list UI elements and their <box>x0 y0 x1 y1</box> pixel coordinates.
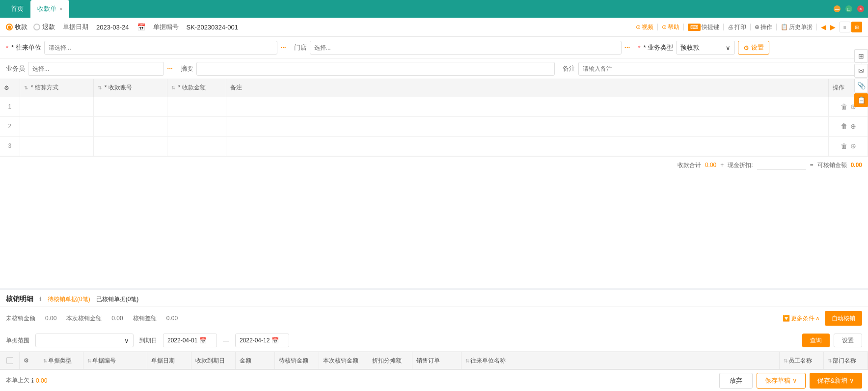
sidebar-clipboard-icon[interactable]: 📋 <box>854 93 868 107</box>
select-all-checkbox[interactable] <box>6 357 13 364</box>
save-draft-button[interactable]: 保存草稿 ∨ <box>757 373 806 389</box>
number-value: SK-20230324-001 <box>187 24 239 31</box>
help-btn[interactable]: ⊙ 帮助 <box>662 23 679 31</box>
more-conditions-btn[interactable]: 🔽 更多条件 ∧ <box>783 314 820 323</box>
store-label: 门店 <box>294 43 307 52</box>
payment-cell-3[interactable] <box>20 136 93 156</box>
auto-verify-button[interactable]: 自动核销 <box>825 311 862 326</box>
radio-dot-refund <box>33 24 40 30</box>
close-button[interactable]: × <box>857 5 864 12</box>
query-button[interactable]: 查询 <box>802 334 830 347</box>
table-settings-button[interactable]: 设置 <box>834 334 862 347</box>
radio-receipt[interactable]: 收款 <box>6 23 27 31</box>
note-cell-2[interactable] <box>226 116 829 136</box>
sidebar-table-icon[interactable]: ⊞ <box>854 49 868 63</box>
delete-icon-3[interactable]: 🗑 <box>841 142 847 150</box>
amount-cell-3[interactable] <box>167 136 226 156</box>
from-date-field[interactable]: 2022-04-01 📅 <box>163 334 217 347</box>
print-btn[interactable]: 🖨 打印 <box>728 23 746 31</box>
maximize-button[interactable]: □ <box>845 5 852 12</box>
completed-tab[interactable]: 已核销单据(0笔) <box>96 295 139 304</box>
receipt-type-radio-group: 收款 退款 <box>6 23 55 31</box>
video-btn[interactable]: ⊙ 视频 <box>636 23 653 31</box>
filter-row: 单据范围 ∨ 到期日 2022-04-01 📅 — 2022-04-12 📅 查… <box>0 330 868 352</box>
staff-label: 业务员 <box>6 64 25 73</box>
amount-header-label: * 收款金额 <box>178 84 206 91</box>
settings-button[interactable]: ⚙ 设置 <box>738 41 769 55</box>
list-view-btn[interactable]: ≡ <box>840 22 850 32</box>
summary-input[interactable] <box>196 62 555 76</box>
active-tab-label: 收款单 <box>37 0 56 18</box>
grid-view-btn[interactable]: ⊞ <box>851 22 862 32</box>
home-tab[interactable]: 首页 <box>4 0 30 18</box>
payment-cell-2[interactable] <box>20 116 93 136</box>
prev-order-info-icon[interactable]: ℹ <box>31 377 34 384</box>
staff-more-btn[interactable]: ··· <box>167 65 173 73</box>
history-btn[interactable]: 📋 历史单据 <box>781 23 813 31</box>
business-type-select[interactable]: 预收款 ∨ <box>676 41 735 55</box>
operation-btn[interactable]: ⊕ 操作 <box>755 23 772 31</box>
header-right-actions: ⊙ 视频 ⊙ 帮助 ⌨ 快捷键 🖨 打印 ⊕ 操作 📋 历史单据 ◀ ▶ ≡ ⊞ <box>636 22 862 32</box>
next-icon[interactable]: ▶ <box>830 23 836 31</box>
net-label: 可核销金额 <box>817 161 847 169</box>
right-sidebar: ⊞ ✉ 📎 📋 <box>854 49 868 107</box>
account-cell-1[interactable] <box>93 97 167 116</box>
staff-input[interactable] <box>28 62 164 76</box>
sidebar-attach-icon[interactable]: 📎 <box>854 79 868 92</box>
copy-icon-2[interactable]: ⊕ <box>850 122 856 130</box>
sort-arrows-account: ⇅ <box>98 85 102 90</box>
current-label: 本次核销金额 <box>66 314 102 323</box>
radio-refund[interactable]: 退款 <box>33 23 55 31</box>
verify-info-icon[interactable]: ℹ <box>39 296 42 303</box>
sidebar-mail-icon[interactable]: ✉ <box>854 64 868 78</box>
table-row: 1 🗑 ⊕ <box>0 97 868 116</box>
note-cell-3[interactable] <box>226 136 829 156</box>
delete-icon-2[interactable]: 🗑 <box>841 122 847 130</box>
range-select[interactable]: ∨ <box>35 334 134 347</box>
summary-row: 收款合计 0.00 + 现金折扣: = 可核销金额 0.00 <box>0 156 868 174</box>
discount-input[interactable] <box>757 161 806 170</box>
sub-th-settings[interactable]: ⚙ <box>20 352 39 369</box>
radio-refund-label: 退款 <box>42 23 55 31</box>
minimize-button[interactable]: — <box>834 5 841 12</box>
settings-label: 设置 <box>751 43 764 52</box>
note-header-label: 备注 <box>230 84 242 91</box>
note-input[interactable] <box>578 62 862 76</box>
sub-th-sales-order: 销售订单 <box>412 352 461 369</box>
prev-icon[interactable]: ◀ <box>821 23 826 31</box>
amount-cell-1[interactable] <box>167 97 226 116</box>
sub-th-amount: 金额 <box>236 352 275 369</box>
save-new-button[interactable]: 保存&新增 ∨ <box>810 373 862 389</box>
account-cell-2[interactable] <box>93 116 167 136</box>
amount-cell-2[interactable] <box>167 116 226 136</box>
form-header: 收款 退款 单据日期 2023-03-24 📅 单据编号 SK-20230324… <box>0 18 868 37</box>
discount-label: 现金折扣: <box>728 161 753 169</box>
copy-icon-3[interactable]: ⊕ <box>850 142 856 150</box>
to-date-field[interactable]: 2022-04-12 📅 <box>235 334 289 347</box>
calendar-icon[interactable]: 📅 <box>137 23 145 31</box>
chevron-up-icon: ∧ <box>815 315 820 322</box>
payment-cell-1[interactable] <box>20 97 93 116</box>
note-cell-1[interactable] <box>226 97 829 116</box>
business-type-label: * 业务类型 <box>644 43 674 52</box>
shortcut-btn[interactable]: ⌨ 快捷键 <box>688 23 719 31</box>
business-type-value: 预收款 <box>680 43 700 52</box>
counterparty-more-btn[interactable]: ··· <box>280 44 286 52</box>
store-field-group: 门店 ··· <box>294 41 630 55</box>
staff-field-group: 业务员 ··· <box>6 62 173 76</box>
abandon-button[interactable]: 放弃 <box>719 373 753 389</box>
store-more-btn[interactable]: ··· <box>624 44 630 52</box>
account-cell-3[interactable] <box>93 136 167 156</box>
active-tab-receipt[interactable]: 收款单 × <box>30 0 69 18</box>
pending-tab[interactable]: 待核销单据(0笔) <box>48 295 90 304</box>
store-input[interactable] <box>310 41 622 55</box>
verify-title: 核销明细 <box>6 295 33 304</box>
delete-icon-1[interactable]: 🗑 <box>841 103 847 111</box>
diff-value: 0.00 <box>166 315 178 322</box>
prev-order-value: 0.00 <box>36 377 47 384</box>
due-date-label: 到期日 <box>139 336 157 345</box>
sort-number-icon: ⇅ <box>87 358 91 363</box>
table-settings-header[interactable]: ⚙ <box>0 79 20 97</box>
close-tab-icon[interactable]: × <box>59 0 62 18</box>
counterparty-input[interactable] <box>44 41 277 55</box>
